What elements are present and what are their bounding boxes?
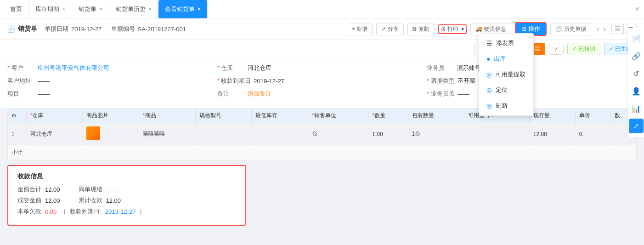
tab-sales-history[interactable]: 销货单历史 ×: [109, 0, 158, 18]
tab-inventory-init[interactable]: 库存期初 ×: [29, 0, 72, 18]
outbound-icon: ●: [486, 55, 490, 63]
amount-total-value: 12.00: [45, 186, 60, 193]
document-title: 销货单: [18, 25, 37, 33]
payment-date-value: 2019-12-27: [254, 78, 284, 85]
toolbar-row: 📱 来自手机 未开票 ✓ ✓ 已核销 ✓ 已生效: [0, 40, 644, 58]
copy-button[interactable]: ⧉ 复制: [407, 23, 435, 35]
tab-inventory-init-label: 库存期初: [35, 5, 59, 13]
list-view-button[interactable]: ☰: [611, 24, 624, 34]
data-table-container: ⚙ *仓库 商品图片 *商品 规格型号 最低库存 *销售单位 *数量 包装数量 …: [7, 108, 637, 160]
add-invoice-label: 添发票: [496, 39, 514, 47]
sidebar-chart-icon[interactable]: 📊: [629, 101, 644, 116]
prev-button[interactable]: ‹: [595, 24, 601, 34]
refresh-label: 刷新: [496, 102, 508, 110]
remark-field: 备注 添加备注: [217, 90, 427, 98]
sidebar-doc-icon[interactable]: 📄: [629, 31, 644, 46]
tab-sales-history-close[interactable]: ×: [148, 6, 152, 12]
dropdown-locate[interactable]: ◎ 定位: [479, 82, 533, 98]
tab-view-sales[interactable]: 查看销货单 ×: [158, 0, 208, 18]
doc-number-value: SA-20191227-001: [138, 26, 186, 33]
doc-date-item: 单据日期 2019-12-27: [45, 25, 102, 33]
owe-label: 本单欠款: [17, 207, 41, 216]
print-dropdown-icon: ▼: [460, 27, 465, 32]
payment-info-title: 收款信息: [17, 172, 236, 181]
doc-number-item: 单据编号 SA-20191227-001: [111, 25, 186, 33]
address-label: 客户地址: [7, 77, 35, 85]
payment-date-field: 收款到期日 2019-12-27: [217, 77, 427, 85]
col-warehouse-header: *仓库: [26, 108, 83, 123]
next-button[interactable]: ›: [601, 24, 608, 34]
col-product-header: *商品: [139, 108, 195, 123]
tab-home-label: 首页: [10, 5, 22, 13]
product-image: [86, 126, 100, 140]
dropdown-outbound[interactable]: ● 出库: [479, 51, 533, 67]
table-header: ⚙ *仓库 商品图片 *商品 规格型号 最低库存 *销售单位 *数量 包装数量 …: [8, 108, 636, 123]
tab-home[interactable]: 首页: [4, 0, 29, 18]
tab-inventory-init-close[interactable]: ×: [62, 6, 65, 12]
warehouse-value: 河北仓库: [248, 64, 271, 72]
col-setting[interactable]: ⚙: [8, 108, 26, 123]
trade-amount-item: 成交金额 12.00: [17, 196, 60, 205]
sidebar-refresh-icon[interactable]: ↺: [629, 66, 644, 81]
amount-total-label: 金额合计: [17, 185, 41, 194]
col-qty-header: *数量: [368, 108, 408, 123]
row-price: 0.: [575, 123, 610, 145]
amount-total-item: 金额合计 12.00: [17, 185, 60, 194]
print-label: 打印: [447, 25, 458, 33]
locate-label: 定位: [496, 86, 508, 94]
row-current-stock: 12.00: [529, 123, 575, 145]
logistics-label: 物流信息: [484, 25, 506, 33]
owe-item: 本单欠款 0.00 （ 收款到期日: 2019-12-27 ）: [17, 207, 145, 216]
sidebar-user-icon[interactable]: 👤: [629, 84, 644, 98]
close-all-button[interactable]: ×: [635, 5, 639, 13]
table-row: 1 河北仓库 嘻嘻嘻嘻 台 1.00 1台 12.00 0.: [8, 123, 636, 145]
dropdown-available-qty[interactable]: ◎ 可用量提取: [479, 67, 533, 82]
warehouse-field: 仓库 河北仓库: [217, 64, 427, 72]
dropdown-add-invoice[interactable]: ☰ 添发票: [479, 35, 533, 51]
doc-date-value: 2019-12-27: [71, 26, 102, 33]
tab-sales-order-label: 销货单: [79, 5, 96, 13]
add-invoice-icon: ☰: [486, 40, 492, 47]
project-value: ——: [38, 91, 50, 97]
cumulative-label: 累计收款: [79, 196, 102, 205]
history-button[interactable]: 🕐 历史单据: [550, 23, 591, 35]
print-button[interactable]: 🖨 打印 ▼: [438, 24, 467, 34]
new-button[interactable]: + 新增: [347, 23, 373, 35]
staff2-value: ——: [458, 91, 469, 97]
col-price-header: 单价: [575, 108, 610, 123]
customer-label: 客户: [7, 64, 35, 72]
staff-value: 演示账号: [457, 64, 481, 72]
share-button[interactable]: ↗ 分享: [376, 23, 404, 35]
customer-value[interactable]: 柳州粤港平安气体有限公司: [38, 64, 109, 72]
document-meta: 单据日期 2019-12-27 单据编号 SA-20191227-001: [45, 25, 186, 33]
project-field: 项目 ——: [7, 90, 217, 98]
sidebar-link-icon[interactable]: 🔗: [629, 49, 644, 63]
confirm-button[interactable]: ✓: [549, 44, 564, 55]
subtotal-label: 小计: [8, 145, 636, 160]
tab-sales-order-close[interactable]: ×: [99, 6, 102, 12]
owe-value: 0.00: [45, 208, 56, 215]
row-spec: [195, 123, 252, 145]
customer-field: 客户 柳州粤港平安气体有限公司: [7, 64, 217, 72]
operation-icon: ⊞: [521, 25, 526, 32]
sidebar-expand-icon[interactable]: ⤢: [629, 119, 644, 133]
available-qty-label: 可用量提取: [496, 70, 525, 79]
right-sidebar: 📄 🔗 ↺ 👤 📊 ⤢: [627, 28, 644, 137]
locate-icon: ◎: [486, 86, 492, 94]
tab-view-sales-label: 查看销货单: [165, 5, 195, 13]
row-warehouse: 河北仓库: [26, 123, 83, 145]
payment-info-row-1: 金额合计 12.00 同单现结 ——: [17, 185, 236, 194]
remark-add-button[interactable]: 添加备注: [248, 90, 271, 98]
address-field: 客户地址 ——: [7, 77, 217, 85]
form-row-2: 客户地址 —— 收款到期日 2019-12-27 票据类型 不开票: [7, 77, 637, 85]
history-label: 历史单据: [564, 25, 586, 33]
refresh-icon: ◎: [486, 102, 492, 109]
tab-view-sales-close[interactable]: ×: [198, 6, 201, 12]
tab-sales-order[interactable]: 销货单 ×: [72, 0, 109, 18]
dropdown-refresh[interactable]: ◎ 刷新: [479, 98, 533, 114]
owe-note-close: ）: [139, 207, 145, 216]
logistics-icon: 🚚: [475, 26, 482, 32]
col-pack-header: 包装数量: [408, 108, 464, 123]
col-current-stock-header: 现存量: [529, 108, 575, 123]
form-row-1: 客户 柳州粤港平安气体有限公司 仓库 河北仓库 业务员 演示账号: [7, 64, 637, 72]
